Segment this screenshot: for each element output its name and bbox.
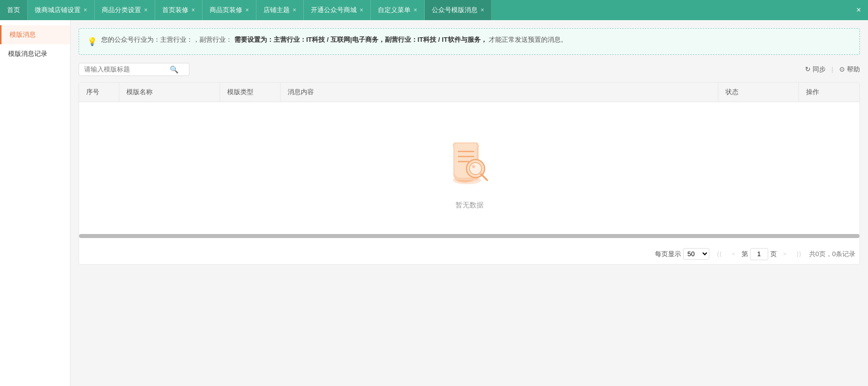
- next-page-button[interactable]: ＞: [779, 248, 791, 260]
- tab-bar: 首页 微商城店铺设置 × 商品分类设置 × 首页装修 × 商品页装修 × 店铺主…: [0, 0, 868, 20]
- page-size-dropdown[interactable]: 50 10 20 100: [683, 248, 709, 260]
- col-name: 模版名称: [119, 83, 220, 102]
- search-input-wrap: 🔍: [79, 63, 189, 76]
- notice-box: 💡 您的公众号行业为：主营行业：，副营行业： 需要设置为：主营行业：IT科技 /…: [79, 28, 860, 55]
- tab-shop-settings[interactable]: 微商城店铺设置 ×: [28, 0, 95, 20]
- total-count: 共0页，0条记录: [809, 250, 855, 259]
- help-icon: ⊙: [839, 65, 845, 73]
- tab-product-category[interactable]: 商品分类设置 ×: [95, 0, 155, 20]
- main-layout: 模版消息 模版消息记录 💡 您的公众号行业为：主营行业：，副营行业： 需要设置为…: [0, 20, 868, 386]
- table-header: 序号 模版名称 模版类型 消息内容 状态 操作: [79, 83, 859, 102]
- tab-custom-menu[interactable]: 自定义菜单 ×: [371, 0, 425, 20]
- window-close-button[interactable]: ×: [849, 6, 868, 15]
- tab-close-shop-settings[interactable]: ×: [84, 7, 87, 14]
- tab-open-mall[interactable]: 开通公众号商城 ×: [304, 0, 371, 20]
- tab-close-template-msg[interactable]: ×: [481, 7, 484, 14]
- main-content: 💡 您的公众号行业为：主营行业：，副营行业： 需要设置为：主营行业：IT科技 /…: [71, 20, 868, 386]
- prev-page-button[interactable]: ＜: [727, 248, 740, 260]
- pagination: 每页显示 50 10 20 100 ⟨⟨ ＜ 第 页 ＞ ⟩⟩: [79, 242, 859, 264]
- page-suffix: 页: [770, 250, 777, 259]
- horizontal-scrollbar[interactable]: [79, 234, 859, 238]
- tab-close-custom-menu[interactable]: ×: [414, 7, 417, 14]
- col-type: 模版类型: [220, 83, 281, 102]
- sidebar-item-template-msg[interactable]: 模版消息: [0, 25, 70, 44]
- tab-close-home-decoration[interactable]: ×: [191, 7, 195, 14]
- last-page-button[interactable]: ⟩⟩: [793, 248, 805, 260]
- tab-close-open-mall[interactable]: ×: [360, 7, 363, 14]
- tab-close-product-decoration[interactable]: ×: [245, 7, 249, 14]
- notice-icon: 💡: [87, 35, 97, 48]
- tab-home[interactable]: 首页: [0, 0, 28, 20]
- page-navigation: ⟨⟨ ＜ 第 页 ＞ ⟩⟩: [713, 248, 805, 260]
- sidebar: 模版消息 模版消息记录: [0, 20, 71, 386]
- empty-state: 暂无数据: [79, 102, 859, 230]
- page-label: 第: [742, 250, 748, 259]
- svg-line-6: [481, 174, 487, 180]
- page-size-label: 每页显示: [655, 250, 681, 259]
- sync-icon: ↻: [805, 65, 811, 73]
- help-button[interactable]: ⊙ 帮助: [839, 65, 860, 74]
- tab-template-msg[interactable]: 公众号模版消息 ×: [425, 0, 492, 20]
- col-content: 消息内容: [281, 83, 718, 102]
- empty-text: 暂无数据: [455, 201, 484, 210]
- col-index: 序号: [79, 83, 119, 102]
- col-action: 操作: [799, 83, 859, 102]
- tab-shop-theme[interactable]: 店铺主题 ×: [256, 0, 304, 20]
- first-page-button[interactable]: ⟨⟨: [713, 248, 725, 260]
- search-button[interactable]: 🔍: [170, 65, 178, 73]
- sidebar-item-template-msg-record[interactable]: 模版消息记录: [0, 44, 70, 63]
- sync-button[interactable]: ↻ 同步: [805, 65, 826, 74]
- divider: |: [832, 65, 833, 73]
- scroll-thumb[interactable]: [79, 234, 859, 238]
- svg-point-5: [470, 163, 482, 175]
- col-status: 状态: [718, 83, 799, 102]
- tab-close-product-category[interactable]: ×: [144, 7, 148, 14]
- tab-product-decoration[interactable]: 商品页装修 ×: [203, 0, 256, 20]
- tab-home-decoration[interactable]: 首页装修 ×: [155, 0, 203, 20]
- current-page-input[interactable]: [750, 248, 768, 260]
- search-input[interactable]: [84, 65, 170, 73]
- page-size-select: 每页显示 50 10 20 100: [655, 248, 709, 260]
- search-bar: 🔍 ↻ 同步 | ⊙ 帮助: [79, 63, 860, 76]
- search-actions: ↻ 同步 | ⊙ 帮助: [805, 65, 860, 74]
- data-table: 序号 模版名称 模版类型 消息内容 状态 操作: [79, 82, 860, 265]
- svg-point-7: [472, 165, 475, 168]
- notice-text: 您的公众号行业为：主营行业：，副营行业： 需要设置为：主营行业：IT科技 / 互…: [101, 35, 567, 45]
- tab-close-shop-theme[interactable]: ×: [293, 7, 296, 14]
- empty-illustration: [439, 132, 500, 193]
- notice-highlight: 需要设置为：主营行业：IT科技 / 互联网|电子商务，副营行业：IT科技 / I…: [234, 36, 487, 43]
